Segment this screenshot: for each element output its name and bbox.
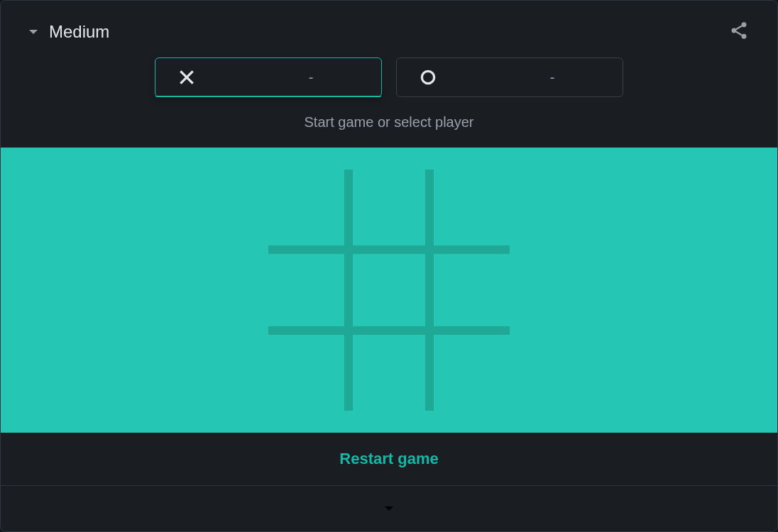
cell-4[interactable] xyxy=(349,250,429,330)
player-o-score: - xyxy=(442,70,606,86)
share-icon xyxy=(729,21,749,40)
board-area xyxy=(1,148,777,433)
header: Medium xyxy=(1,1,777,57)
svg-point-2 xyxy=(742,34,747,39)
cell-1[interactable] xyxy=(349,170,429,250)
chevron-down-icon xyxy=(380,500,398,517)
svg-point-5 xyxy=(422,71,434,83)
cell-2[interactable] xyxy=(429,170,510,250)
expand-button[interactable] xyxy=(1,486,777,531)
cell-5[interactable] xyxy=(429,250,510,330)
cell-0[interactable] xyxy=(268,170,349,250)
cell-7[interactable] xyxy=(349,331,429,411)
share-button[interactable] xyxy=(729,21,749,43)
x-icon xyxy=(172,68,201,87)
player-tabs: - - xyxy=(1,57,777,97)
svg-point-1 xyxy=(732,28,737,33)
cell-3[interactable] xyxy=(268,250,349,330)
restart-button[interactable]: Restart game xyxy=(1,433,777,486)
dropdown-arrow-icon xyxy=(29,30,38,34)
player-x-tab[interactable]: - xyxy=(155,57,382,97)
status-message: Start game or select player xyxy=(1,97,777,148)
cell-6[interactable] xyxy=(268,331,349,411)
game-container: Medium - xyxy=(0,0,778,532)
cell-8[interactable] xyxy=(429,331,510,411)
player-o-tab[interactable]: - xyxy=(396,57,623,97)
player-x-score: - xyxy=(201,70,364,86)
o-icon xyxy=(414,68,442,87)
difficulty-selector[interactable]: Medium xyxy=(29,22,109,42)
svg-point-0 xyxy=(742,22,747,27)
difficulty-label: Medium xyxy=(49,22,109,42)
game-board xyxy=(268,170,510,411)
